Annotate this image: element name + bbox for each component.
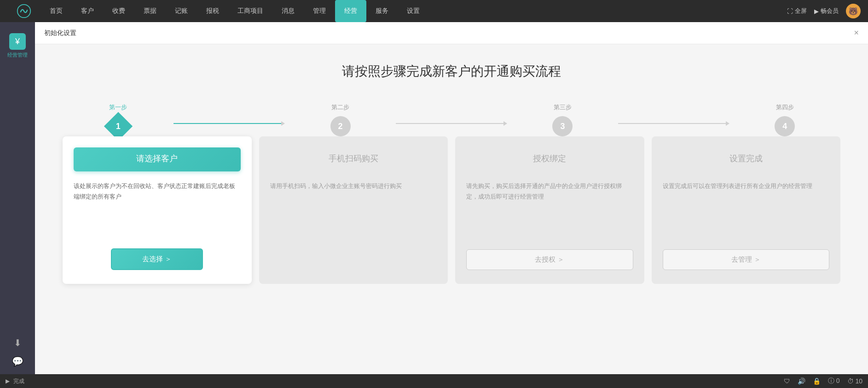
step-3-number: 3: [560, 122, 565, 131]
card-4-description: 设置完成后可以在管理列表进行所有企业用户的经营管理: [663, 181, 830, 240]
step-2-number: 2: [338, 122, 343, 131]
step-2-circle: 2: [330, 116, 351, 136]
close-button[interactable]: ×: [854, 28, 859, 38]
nav-item-operation[interactable]: 经营: [335, 0, 366, 22]
status-bar: ▶ 完成 🛡 🔊 🔒 ⓘ 0 ⏱ 10: [0, 374, 868, 388]
status-label: 完成: [13, 377, 24, 385]
nav-item-tax[interactable]: 报税: [197, 0, 228, 22]
wizard-title: 请按照步骤完成新客户的开通购买流程: [342, 63, 561, 80]
step-4-circle: 4: [775, 116, 795, 136]
nav-item-bill[interactable]: 票据: [134, 0, 166, 22]
nav-item-service[interactable]: 服务: [366, 0, 398, 22]
nav-logo: [7, 4, 41, 18]
card-3-title: 授权绑定: [466, 147, 633, 171]
step-3-action-button[interactable]: 去授权 ＞: [466, 249, 633, 270]
avatar[interactable]: 🐻: [846, 4, 861, 18]
nav-item-account[interactable]: 记账: [166, 0, 197, 22]
status-timer-icon: ⏱ 10: [847, 377, 862, 385]
status-shield-icon: 🛡: [784, 377, 790, 385]
nav-item-home[interactable]: 首页: [41, 0, 72, 22]
page-header: 初始化设置 ×: [35, 22, 868, 44]
card-4-title: 设置完成: [663, 147, 830, 171]
step-1-action-button[interactable]: 去选择 ＞: [111, 248, 203, 270]
sidebar-support-icon[interactable]: 💬: [12, 356, 23, 367]
status-info-icon: ⓘ 0: [828, 377, 840, 385]
step-item-3: 第三步 3: [507, 103, 618, 136]
nav-item-fee[interactable]: 收费: [103, 0, 134, 22]
step-4-number: 4: [782, 122, 787, 131]
wizard-content: 请按照步骤完成新客户的开通购买流程 第一步 1 第二步: [35, 44, 868, 374]
connector-2-3: [396, 121, 507, 126]
card-3-action: 去授权 ＞: [466, 240, 633, 270]
fullscreen-icon: ⛶: [787, 8, 793, 15]
sidebar-icon-yen: ¥: [9, 33, 26, 50]
top-navigation: 首页 客户 收费 票据 记账 报税 工商项目 消息 管理 经营 服务 设置 ⛶ …: [0, 0, 868, 22]
card-3-description: 请先购买，购买后选择开通的产品中的企业用户进行授权绑定，成功后即可进行经营管理: [466, 181, 633, 240]
card-1-description: 该处展示的客户为不在回收站、客户状态正常建账后完成老板端绑定的所有客户: [74, 181, 241, 239]
connector-line-1: [174, 123, 281, 124]
connector-arrow-2: [503, 121, 507, 126]
nav-items: 首页 客户 收费 票据 记账 报税 工商项目 消息 管理 经营 服务 设置: [41, 0, 787, 22]
step-card-2: 手机扫码购买 请用手机扫码，输入小微企业主账号密码进行购买: [259, 136, 448, 284]
step-2-label: 第二步: [331, 103, 349, 112]
step-1-label: 第一步: [109, 103, 127, 112]
steps-row: 第一步 1 第二步 2: [63, 103, 840, 136]
step-3-label: 第三步: [554, 103, 572, 112]
step-card-1: 请选择客户 该处展示的客户为不在回收站、客户状态正常建账后完成老板端绑定的所有客…: [63, 136, 252, 284]
card-1-action: 去选择 ＞: [74, 239, 241, 270]
sidebar-download-icon[interactable]: ⬇: [14, 337, 22, 348]
vip-icon: ▶: [814, 8, 819, 15]
status-volume-icon[interactable]: 🔊: [798, 377, 805, 385]
nav-item-client[interactable]: 客户: [72, 0, 103, 22]
connector-line-2: [396, 123, 503, 124]
connector-arrow-3: [726, 121, 729, 126]
fullscreen-label: 全屏: [795, 7, 807, 15]
nav-item-settings[interactable]: 设置: [398, 0, 429, 22]
sidebar-module-operation[interactable]: ¥ 经营管理: [6, 29, 29, 62]
status-bar-right: 🛡 🔊 🔒 ⓘ 0 ⏱ 10: [784, 377, 862, 385]
status-play-icon[interactable]: ▶: [6, 378, 10, 384]
vip-label: 畅会员: [821, 7, 839, 15]
step-4-action-button[interactable]: 去管理 ＞: [663, 249, 830, 270]
step-1-number: 1: [116, 121, 121, 131]
vip-button[interactable]: ▶ 畅会员: [814, 7, 839, 15]
step-card-3: 授权绑定 请先购买，购买后选择开通的产品中的企业用户进行授权绑定，成功后即可进行…: [455, 136, 644, 284]
connector-3-4: [618, 121, 729, 126]
connector-1-2: [174, 121, 284, 126]
nav-item-business[interactable]: 工商项目: [228, 0, 272, 22]
nav-item-manage[interactable]: 管理: [304, 0, 335, 22]
steps-and-cards: 第一步 1 第二步 2: [63, 103, 840, 284]
sidebar-bottom: ⬇ 💬: [12, 337, 23, 374]
status-lock-icon: 🔒: [813, 377, 821, 385]
nav-right: ⛶ 全屏 ▶ 畅会员 🐻: [787, 4, 861, 18]
page-title: 初始化设置: [44, 29, 76, 37]
nav-item-message[interactable]: 消息: [272, 0, 304, 22]
sidebar-module-label: 经营管理: [7, 52, 28, 59]
step-item-2: 第二步 2: [285, 103, 396, 136]
connector-line-3: [618, 123, 725, 124]
step-item-4: 第四步 4: [729, 103, 840, 136]
step-item-1: 第一步 1: [63, 103, 174, 136]
fullscreen-button[interactable]: ⛶ 全屏: [787, 7, 807, 15]
left-sidebar: ¥ 经营管理 ⬇ 💬: [0, 22, 35, 374]
card-2-description: 请用手机扫码，输入小微企业主账号密码进行购买: [270, 181, 437, 270]
step-card-4: 设置完成 设置完成后可以在管理列表进行所有企业用户的经营管理 去管理 ＞: [652, 136, 841, 284]
connector-arrow-1: [281, 121, 285, 126]
card-2-title: 手机扫码购买: [270, 147, 437, 171]
cards-row: 请选择客户 该处展示的客户为不在回收站、客户状态正常建账后完成老板端绑定的所有客…: [63, 136, 840, 284]
card-1-title: 请选择客户: [74, 147, 241, 171]
step-3-circle: 3: [552, 116, 573, 136]
step-4-label: 第四步: [776, 103, 794, 112]
card-4-action: 去管理 ＞: [663, 240, 830, 270]
main-content: 初始化设置 × 请按照步骤完成新客户的开通购买流程 第一步 1: [35, 22, 868, 374]
